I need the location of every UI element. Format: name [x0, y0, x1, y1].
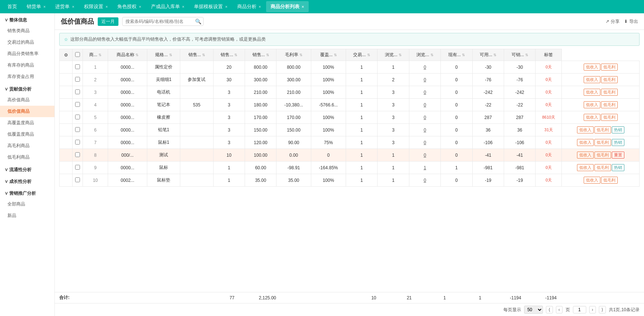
tags-cell: 低收入低毛利 — [562, 86, 640, 99]
sidebar-group-成长性分析[interactable]: ∨ 成长性分析 — [0, 175, 54, 187]
footer-sale-qty: 77 — [214, 295, 250, 300]
table-cell — [180, 149, 213, 162]
table-cell: -242 — [504, 86, 536, 99]
sidebar-item-低覆盖度商品[interactable]: 低覆盖度商品 — [0, 129, 54, 140]
row-checkbox[interactable] — [75, 102, 80, 107]
saleable-cell: 0天 — [536, 136, 562, 149]
browse1-link[interactable]: 0 — [424, 65, 426, 70]
row-checkbox[interactable] — [75, 64, 80, 69]
sidebar-item-全部商品[interactable]: 全部商品 — [0, 198, 54, 210]
browse1-link[interactable]: 0 — [424, 153, 426, 158]
share-btn[interactable]: ↗ 分享 — [606, 18, 620, 25]
pagination-bar: 每页显示 50 20 100 ⟨ ‹ 页 › ⟩ 共1页,10条记录 — [55, 303, 644, 316]
nav-close-icon[interactable]: × — [259, 4, 261, 9]
nav-item-进货单[interactable]: 进货单× — [51, 1, 78, 12]
export-icon: ⬇ — [624, 19, 628, 24]
nav-item-产成品入库单[interactable]: 产成品入库单× — [147, 1, 189, 12]
export-btn[interactable]: ⬇ 导出 — [624, 18, 638, 25]
sidebar-item-新品[interactable]: 新品 — [0, 210, 54, 221]
nav-close-icon[interactable]: × — [105, 4, 108, 9]
table-cell: 20 — [213, 61, 245, 74]
nav-item-商品分析[interactable]: 商品分析× — [233, 1, 265, 12]
sidebar-item-高毛利商品[interactable]: 高毛利商品 — [0, 140, 54, 152]
browse1-link[interactable]: 0 — [424, 140, 426, 145]
last-page-btn[interactable]: ⟩ — [599, 306, 606, 313]
row-checkbox-cell — [73, 162, 83, 174]
sidebar-item-高价值商品[interactable]: 高价值商品 — [0, 94, 54, 106]
nav-item-角色授权[interactable]: 角色授权× — [113, 1, 145, 12]
page-number-input[interactable] — [573, 306, 586, 313]
next-page-btn[interactable]: › — [589, 306, 596, 313]
table-cell: -106 — [472, 136, 504, 149]
browse1-cell: 0 — [409, 174, 440, 187]
table-cell: 鼠标垫 — [147, 174, 180, 187]
nav-close-icon[interactable]: × — [302, 4, 304, 9]
saleable-cell: 0天 — [536, 162, 562, 174]
prev-page-btn[interactable]: ‹ — [556, 306, 563, 313]
table-cell: -98.91 — [276, 162, 311, 174]
sidebar-item-交易过的商品[interactable]: 交易过的商品 — [0, 37, 54, 48]
sidebar-group-流通性分析[interactable]: ∨ 流通性分析 — [0, 163, 54, 175]
sidebar-group-营销推广分析[interactable]: ∨ 营销推广分析 — [0, 187, 54, 198]
table-cell: 0000... — [108, 61, 147, 74]
table-cell: 3 — [378, 136, 409, 149]
col-name: 商品名称 ⇅ — [108, 49, 147, 61]
nav-close-icon[interactable]: × — [139, 4, 141, 9]
browse1-link[interactable]: 1 — [424, 165, 426, 170]
filter-recent-btn[interactable]: 近一月 — [98, 17, 118, 26]
nav-close-icon[interactable]: × — [43, 4, 46, 9]
select-all-checkbox[interactable] — [75, 52, 80, 57]
sidebar-item-销售类商品[interactable]: 销售类商品 — [0, 25, 54, 37]
table-cell: 800.00 — [245, 61, 276, 74]
search-input[interactable] — [122, 17, 204, 26]
table-cell: -106 — [504, 136, 536, 149]
browse1-link[interactable]: 0 — [424, 128, 426, 133]
table-cell: -41 — [472, 149, 504, 162]
sidebar-item-低毛利商品[interactable]: 低毛利商品 — [0, 152, 54, 163]
search-icon[interactable]: 🔍 — [195, 18, 201, 24]
table-cell: 0 — [441, 99, 472, 111]
col-saleable: 可销... ⇅ — [504, 49, 536, 61]
sidebar-item-商品分类销售率[interactable]: 商品分类销售率 — [0, 48, 54, 60]
nav-item-首页[interactable]: 首页 — [3, 1, 21, 12]
browse1-link[interactable]: 0 — [424, 102, 426, 108]
row-checkbox[interactable] — [75, 152, 80, 157]
col-settings[interactable]: ⚙ — [60, 49, 73, 61]
row-checkbox[interactable] — [75, 115, 80, 119]
table-cell: 90.00 — [276, 136, 311, 149]
nav-item-商品分析列表[interactable]: 商品分析列表× — [266, 1, 308, 12]
nav-item-销货单[interactable]: 销货单× — [22, 1, 50, 12]
browse1-link[interactable]: 0 — [424, 77, 426, 82]
sidebar-item-有库存的商品[interactable]: 有库存的商品 — [0, 60, 54, 71]
table-cell: 0000... — [108, 86, 147, 99]
first-page-btn[interactable]: ⟨ — [546, 306, 553, 313]
sidebar-item-库存资金占用[interactable]: 库存资金占用 — [0, 71, 54, 82]
browse1-link[interactable]: 0 — [424, 178, 426, 183]
row-checkbox[interactable] — [75, 177, 80, 182]
sidebar-item-高覆盖度商品[interactable]: 高覆盖度商品 — [0, 117, 54, 129]
nav-item-权限设置[interactable]: 权限设置× — [80, 1, 112, 12]
browse1-link[interactable]: 0 — [424, 115, 426, 120]
row-checkbox[interactable] — [75, 77, 80, 82]
tag-低毛利: 低毛利 — [601, 101, 618, 108]
footer-sale-amt: 2,125.00 — [250, 295, 285, 300]
sidebar-group-整体信息[interactable]: ∨ 整体信息 — [0, 13, 54, 25]
nav-item-单据模板设置[interactable]: 单据模板设置× — [189, 1, 232, 12]
browse1-link[interactable]: 0 — [424, 90, 426, 95]
table-cell: 3 — [378, 99, 409, 111]
nav-close-icon[interactable]: × — [182, 4, 184, 9]
nav-close-icon[interactable]: × — [225, 4, 227, 9]
row-checkbox[interactable] — [75, 165, 80, 170]
sidebar-group-贡献值分析[interactable]: ∨ 贡献值分析 — [0, 82, 54, 94]
col-checkbox[interactable] — [73, 49, 83, 61]
row-checkbox[interactable] — [75, 140, 80, 145]
table-cell: 1 — [346, 74, 377, 86]
row-checkbox[interactable] — [75, 127, 80, 132]
tag-低毛利: 低毛利 — [601, 64, 618, 71]
row-checkbox[interactable] — [75, 89, 80, 94]
table-container[interactable]: ⚙ 商... ⇅ 商品名称 ⇅ 规格... ⇅ 销售... ⇅ 销售... ⇅ … — [55, 49, 644, 292]
per-page-select[interactable]: 50 20 100 — [524, 306, 543, 314]
table-head: ⚙ 商... ⇅ 商品名称 ⇅ 规格... ⇅ 销售... ⇅ 销售... ⇅ … — [60, 49, 640, 61]
sidebar-item-低价值商品[interactable]: 低价值商品 — [0, 106, 54, 117]
nav-close-icon[interactable]: × — [72, 4, 74, 9]
